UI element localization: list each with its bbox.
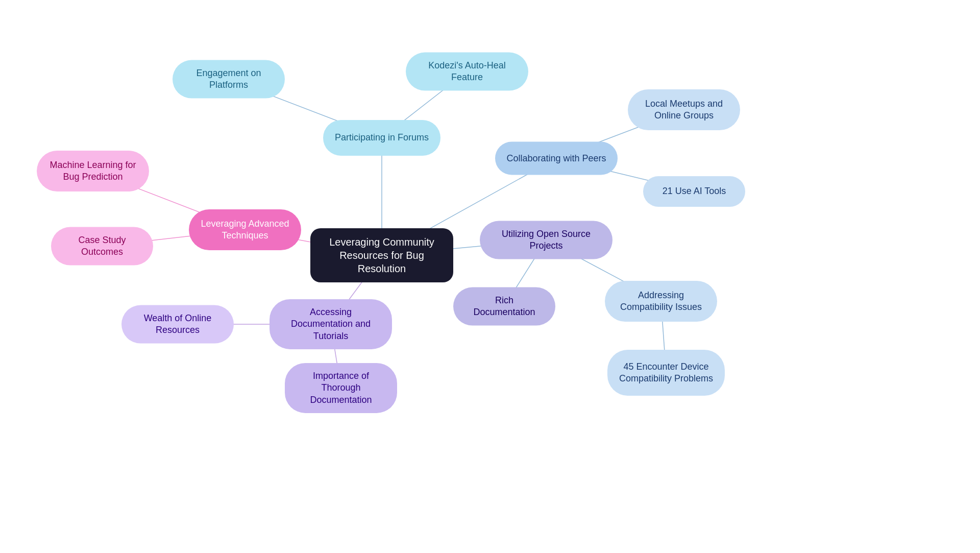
node-importance-thorough-doc[interactable]: Importance of Thorough Documentation xyxy=(285,363,397,413)
node-local-meetups[interactable]: Local Meetups and Online Groups xyxy=(628,89,740,130)
node-participating-forums[interactable]: Participating in Forums xyxy=(323,120,440,156)
node-engagement-platforms[interactable]: Engagement on Platforms xyxy=(173,60,285,99)
node-wealth-online-resources[interactable]: Wealth of Online Resources xyxy=(121,305,234,344)
node-collaborating-peers[interactable]: Collaborating with Peers xyxy=(495,142,618,175)
node-case-study-outcomes[interactable]: Case Study Outcomes xyxy=(51,227,153,266)
node-utilizing-open-source[interactable]: Utilizing Open Source Projects xyxy=(480,221,612,259)
node-ml-bug-prediction[interactable]: Machine Learning for Bug Prediction xyxy=(37,151,149,191)
mindmap-container: Leveraging Community Resources for Bug R… xyxy=(0,0,980,553)
node-kodezi-auto-heal[interactable]: Kodezi's Auto-Heal Feature xyxy=(406,53,528,91)
node-use-ai-tools[interactable]: 21 Use AI Tools xyxy=(643,176,745,207)
node-center[interactable]: Leveraging Community Resources for Bug R… xyxy=(310,228,453,282)
node-encounter-device[interactable]: 45 Encounter Device Compatibility Proble… xyxy=(607,350,725,396)
node-rich-documentation[interactable]: Rich Documentation xyxy=(453,287,555,326)
node-leveraging-advanced[interactable]: Leveraging Advanced Techniques xyxy=(189,209,301,250)
node-addressing-compatibility[interactable]: Addressing Compatibility Issues xyxy=(605,281,717,322)
node-accessing-documentation[interactable]: Accessing Documentation and Tutorials xyxy=(270,299,392,349)
